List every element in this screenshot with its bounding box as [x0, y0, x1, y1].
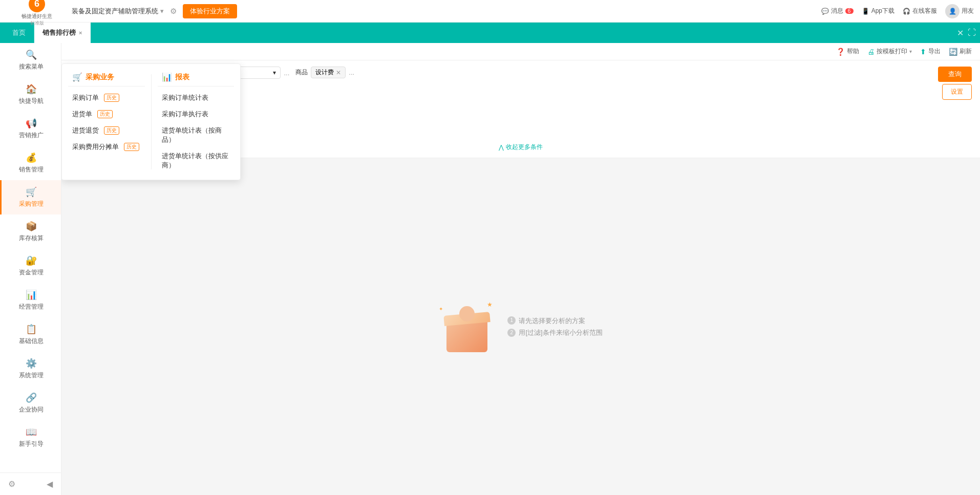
- tab-window-buttons: ✕ ⛶: [957, 28, 976, 38]
- purchase-return-item[interactable]: 进货退货 历史: [68, 122, 145, 139]
- purchase-icon: 🛒: [26, 186, 37, 198]
- history-badge-2: 历史: [97, 110, 113, 118]
- sidebar-item-inventory[interactable]: 📦 库存核算: [0, 214, 61, 249]
- logo-area: 6 畅捷通好生意 标准版: [6, 0, 68, 27]
- step-1: 1 请先选择要分析的方案: [507, 315, 602, 327]
- report-section-title: 📊 报表: [158, 70, 235, 87]
- setting-button[interactable]: 设置: [942, 84, 972, 100]
- purchase-section: 🛒 采购业务 采购订单 历史 进货单 历史 进货退货 历史 采购费用分摊单: [62, 70, 151, 174]
- sidebar-item-guide[interactable]: 📖 新手引导: [0, 420, 61, 455]
- purchase-dropdown-menu: 🛒 采购业务 采购订单 历史 进货单 历史 进货退货 历史 采购费用分摊单: [61, 63, 241, 180]
- report-item-4[interactable]: 进货单统计表（按供应商）: [158, 148, 235, 174]
- guide-icon: 📖: [26, 426, 37, 438]
- sidebar-item-marketing[interactable]: 📢 营销推广: [0, 112, 61, 146]
- sidebar: 🔍 搜索菜单 🏠 快捷导航 📢 营销推广 💰 销售管理 🛒 采购管理 📦 库存核…: [0, 43, 61, 495]
- report-item-2[interactable]: 采购订单执行表: [158, 106, 235, 122]
- app-download-item[interactable]: 📱 App下载: [862, 7, 894, 15]
- sidebar-item-system[interactable]: ⚙️ 系统管理: [0, 352, 61, 386]
- sidebar-bottom: ⚙ ◀: [0, 472, 61, 495]
- collapse-button[interactable]: ⋀ 收起更多条件: [499, 143, 543, 152]
- history-badge-4: 历史: [124, 143, 139, 151]
- purchase-fee-item[interactable]: 采购费用分摊单 历史: [68, 139, 145, 155]
- top-bar-right: 💬 消息 6 📱 App下载 🎧 在线客服 👤 用友: [821, 4, 974, 18]
- voucher-ellipsis[interactable]: ...: [284, 69, 289, 77]
- empty-content: ★ ✦ 1 请先选择要分析的方案 2 用[过滤]条件来缩小分析范围: [439, 301, 602, 352]
- collapse-sidebar-icon[interactable]: ◀: [47, 479, 53, 489]
- brand-name: 畅捷通好生意: [22, 13, 52, 20]
- main-layout: 🔍 搜索菜单 🏠 快捷导航 📢 营销推广 💰 销售管理 🛒 采购管理 📦 库存核…: [0, 43, 980, 495]
- sidebar-item-purchase[interactable]: 🛒 采购管理: [0, 180, 61, 214]
- close-window-icon[interactable]: ✕: [957, 28, 964, 38]
- dropdown-arrow-icon[interactable]: ▾: [160, 7, 164, 15]
- username: 用友: [962, 7, 974, 15]
- notification-item[interactable]: 💬 消息 6: [821, 7, 854, 15]
- empty-state: ★ ✦ 1 请先选择要分析的方案 2 用[过滤]条件来缩小分析范围: [61, 158, 980, 495]
- refresh-icon: 🔄: [949, 48, 957, 56]
- goods-label: 商品: [295, 68, 308, 77]
- brand-badge: 标准版: [30, 20, 44, 27]
- sidebar-item-search[interactable]: 🔍 搜索菜单: [0, 43, 61, 77]
- system-title: 装备及固定资产辅助管理系统: [72, 7, 158, 16]
- sidebar-item-enterprise[interactable]: 🔗 企业协同: [0, 386, 61, 420]
- enterprise-icon: 🔗: [26, 392, 37, 403]
- finance-icon: 🔐: [26, 255, 37, 266]
- close-tab-icon[interactable]: ×: [79, 30, 82, 36]
- headset-icon: 🎧: [903, 8, 910, 15]
- empty-text: 1 请先选择要分析的方案 2 用[过滤]条件来缩小分析范围: [507, 315, 602, 339]
- operations-icon: 📊: [26, 289, 37, 300]
- logo-icon: 6: [29, 0, 45, 12]
- avatar-icon: 👤: [949, 8, 956, 15]
- sidebar-item-base-info[interactable]: 📋 基础信息: [0, 317, 61, 352]
- mobile-icon: 📱: [862, 8, 869, 15]
- export-item[interactable]: ⬆ 导出: [920, 47, 941, 56]
- query-button[interactable]: 查询: [938, 67, 972, 82]
- marketing-icon: 📢: [26, 118, 37, 129]
- sidebar-item-quick-nav[interactable]: 🏠 快捷导航: [0, 77, 61, 112]
- gear-icon[interactable]: ⚙: [170, 7, 177, 16]
- content-area: 🛒 采购业务 采购订单 历史 进货单 历史 进货退货 历史 采购费用分摊单: [61, 43, 980, 495]
- sidebar-item-sales[interactable]: 💰 销售管理: [0, 146, 61, 180]
- nav-tabs: 首页 销售排行榜 × ✕ ⛶: [0, 23, 980, 43]
- system-icon: ⚙️: [26, 358, 37, 369]
- report-item-1[interactable]: 采购订单统计表: [158, 90, 235, 106]
- maximize-icon[interactable]: ⛶: [968, 28, 976, 38]
- tag-close-icon[interactable]: ✕: [336, 69, 341, 76]
- goods-ellipsis[interactable]: ...: [349, 69, 354, 76]
- report-section-icon: 📊: [162, 72, 172, 82]
- history-badge-3: 历史: [104, 126, 119, 135]
- settings-bottom-icon[interactable]: ⚙: [8, 479, 15, 489]
- collapse-up-icon: ⋀: [499, 144, 504, 151]
- filter-actions: 查询 设置: [938, 67, 972, 100]
- help-item[interactable]: ❓ 帮助: [836, 47, 859, 56]
- online-service-item[interactable]: 🎧 在线客服: [903, 7, 937, 15]
- print-icon: 🖨: [867, 48, 875, 56]
- step-2: 2 用[过滤]条件来缩小分析范围: [507, 327, 602, 338]
- inventory-icon: 📦: [26, 221, 37, 232]
- notification-label: 消息: [831, 7, 843, 15]
- message-icon: 💬: [821, 8, 829, 15]
- print-dropdown-icon[interactable]: ▾: [909, 49, 912, 54]
- history-badge: 历史: [104, 94, 119, 102]
- sidebar-item-operations[interactable]: 📊 经营管理: [0, 283, 61, 317]
- refresh-item[interactable]: 🔄 刷新: [949, 47, 972, 56]
- industry-button[interactable]: 体验行业方案: [183, 4, 237, 18]
- sidebar-item-finance[interactable]: 🔐 资金管理: [0, 249, 61, 283]
- report-section: 📊 报表 采购订单统计表 采购订单执行表 进货单统计表（按商品） 进货单统计表（…: [152, 70, 241, 174]
- template-print-item[interactable]: 🖨 按模板打印 ▾: [867, 47, 912, 56]
- user-item[interactable]: 👤 用友: [945, 4, 974, 18]
- export-icon: ⬆: [920, 48, 926, 56]
- notification-count: 6: [845, 8, 854, 14]
- goods-filter-group: 商品 设计费 ✕ ...: [295, 67, 354, 78]
- step-num-2: 2: [507, 329, 516, 337]
- empty-illustration: ★ ✦: [439, 301, 495, 352]
- top-bar: 6 畅捷通好生意 标准版 装备及固定资产辅助管理系统 ▾ ⚙ 体验行业方案 💬 …: [0, 0, 980, 23]
- toolbar: ❓ 帮助 🖨 按模板打印 ▾ ⬆ 导出 🔄 刷新: [61, 43, 980, 60]
- goods-tag: 设计费 ✕: [311, 67, 346, 78]
- purchase-incoming-item[interactable]: 进货单 历史: [68, 106, 145, 122]
- purchase-order-item[interactable]: 采购订单 历史: [68, 90, 145, 106]
- help-icon: ❓: [836, 48, 845, 56]
- report-item-3[interactable]: 进货单统计表（按商品）: [158, 122, 235, 148]
- purchase-section-title: 🛒 采购业务: [68, 70, 145, 87]
- step-num-1: 1: [507, 316, 516, 325]
- select-dropdown-icon: ▾: [273, 69, 276, 76]
